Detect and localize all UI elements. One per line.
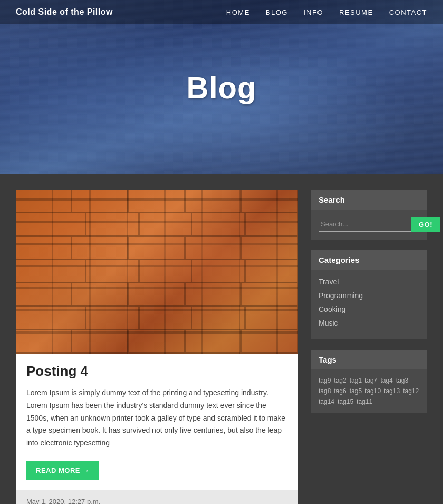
- category-link[interactable]: Cooking: [319, 305, 345, 313]
- categories-widget: Categories TravelProgrammingCookingMusic: [311, 250, 427, 339]
- nav-item-home[interactable]: HOME: [226, 8, 250, 16]
- tag[interactable]: tag4: [380, 377, 392, 384]
- tag[interactable]: tag1: [350, 377, 362, 384]
- nav-item-resume[interactable]: RESUME: [339, 8, 373, 16]
- search-button[interactable]: GO!: [411, 217, 440, 232]
- search-widget: Search GO!: [311, 190, 427, 240]
- category-link[interactable]: Travel: [319, 278, 339, 286]
- categories-widget-title: Categories: [311, 250, 427, 270]
- tag[interactable]: tag10: [365, 387, 381, 395]
- categories-widget-body: TravelProgrammingCookingMusic: [311, 270, 427, 339]
- nav-item-info[interactable]: INFO: [304, 8, 323, 16]
- tag[interactable]: tag7: [365, 377, 377, 384]
- list-item: Music: [319, 318, 420, 328]
- list-item: Programming: [319, 291, 420, 300]
- tag[interactable]: tag5: [350, 387, 362, 395]
- tag[interactable]: tag12: [403, 387, 419, 395]
- category-link[interactable]: Programming: [319, 291, 363, 300]
- search-widget-body: GO!: [311, 210, 427, 240]
- post-card: Posting 4 Lorem Ipsum is simply dummy te…: [16, 190, 298, 504]
- post-title: Posting 4: [26, 363, 288, 379]
- tag[interactable]: tag15: [338, 398, 353, 405]
- category-list: TravelProgrammingCookingMusic: [319, 277, 420, 328]
- list-item: Travel: [319, 277, 420, 287]
- post-excerpt: Lorem Ipsum is simply dummy text of the …: [26, 387, 288, 450]
- tags-widget-body: tag9tag2tag1tag7tag4tag3tag8tag6tag5tag1…: [311, 369, 427, 413]
- sidebar: Search GO! Categories TravelProgrammingC…: [311, 190, 427, 423]
- tag[interactable]: tag2: [334, 377, 346, 384]
- search-input[interactable]: [319, 217, 411, 232]
- main-nav: HOMEBLOGINFORESUMECONTACT: [226, 8, 427, 16]
- hero-title: Blog: [187, 70, 257, 105]
- post-meta: May 1, 2020, 12:27 p.m.: [16, 490, 298, 504]
- nav-item-contact[interactable]: CONTACT: [389, 8, 427, 16]
- tag[interactable]: tag11: [357, 398, 372, 405]
- tag[interactable]: tag6: [334, 387, 346, 395]
- hero-section: Blog: [0, 0, 443, 174]
- site-logo[interactable]: Cold Side of the Pillow: [16, 7, 113, 17]
- tags-container: tag9tag2tag1tag7tag4tag3tag8tag6tag5tag1…: [319, 377, 420, 405]
- tags-widget: Tags tag9tag2tag1tag7tag4tag3tag8tag6tag…: [311, 350, 427, 413]
- post-content: Posting 4 Lorem Ipsum is simply dummy te…: [16, 354, 298, 490]
- tag[interactable]: tag14: [319, 398, 334, 405]
- nav-item-blog[interactable]: BLOG: [266, 8, 288, 16]
- read-more-button[interactable]: READ MORE →: [26, 461, 99, 480]
- brick-overlay: [16, 190, 298, 354]
- main-content: Posting 4 Lorem Ipsum is simply dummy te…: [0, 174, 443, 504]
- tag[interactable]: tag8: [319, 387, 331, 395]
- post-area: Posting 4 Lorem Ipsum is simply dummy te…: [16, 190, 298, 504]
- list-item: Cooking: [319, 305, 420, 314]
- tag[interactable]: tag3: [396, 377, 408, 384]
- post-image: [16, 190, 298, 354]
- site-header: Cold Side of the Pillow HOMEBLOGINFORESU…: [0, 0, 443, 24]
- search-widget-title: Search: [311, 190, 427, 210]
- search-form: GO!: [319, 217, 420, 232]
- category-link[interactable]: Music: [319, 319, 338, 327]
- tags-widget-title: Tags: [311, 350, 427, 369]
- tag[interactable]: tag13: [384, 387, 400, 395]
- tag[interactable]: tag9: [319, 377, 331, 384]
